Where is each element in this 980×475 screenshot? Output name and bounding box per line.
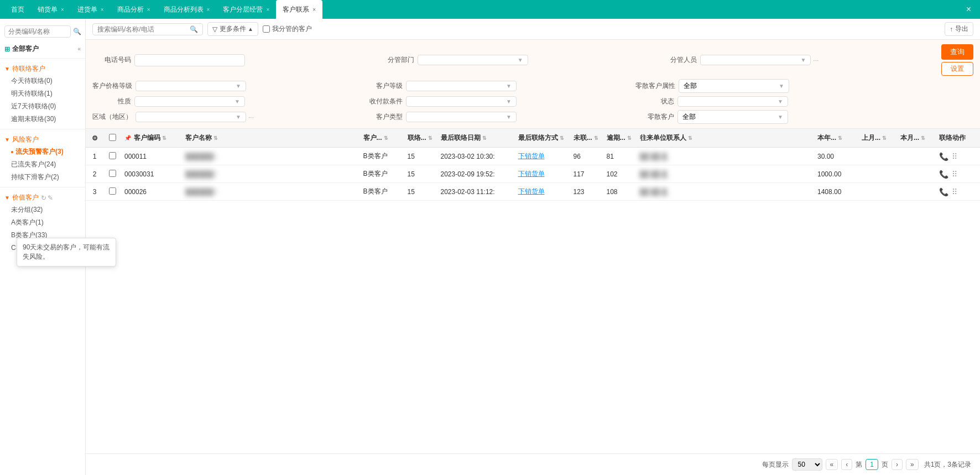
- per-page-select[interactable]: 50 100 200: [792, 458, 822, 471]
- main-search-icon[interactable]: 🔍: [190, 25, 198, 33]
- row-method-2[interactable]: 下销货单: [515, 183, 570, 201]
- filter-region-dots[interactable]: ···: [248, 113, 254, 121]
- this-month-sort-icon[interactable]: ⇅: [921, 135, 925, 141]
- last-month-sort-icon[interactable]: ⇅: [882, 135, 887, 141]
- row-checkbox-2[interactable]: [103, 183, 121, 201]
- sidebar-collapse-icon[interactable]: «: [77, 46, 81, 52]
- tab-purchase-order[interactable]: 进货单 ×: [71, 0, 111, 19]
- tab-purchase-order-close[interactable]: ×: [101, 7, 104, 13]
- settings-button[interactable]: 设置: [941, 62, 973, 76]
- tab-sales-order[interactable]: 销货单 ×: [31, 0, 71, 19]
- th-type[interactable]: 客户... ⇅: [360, 129, 404, 148]
- tab-sales-order-close[interactable]: ×: [61, 7, 64, 13]
- sidebar-item-7day-contact[interactable]: 近7天待联络(0): [0, 100, 85, 113]
- action-phone-icon-2[interactable]: 📞: [939, 187, 948, 196]
- action-more-icon-2[interactable]: ⠿: [952, 187, 957, 196]
- tab-product-analysis-close[interactable]: ×: [147, 7, 150, 13]
- person-sort-icon[interactable]: ⇅: [688, 135, 692, 141]
- th-last-contact-date[interactable]: 最后联络日期 ⇅: [437, 129, 515, 148]
- my-customers-checkbox[interactable]: [263, 25, 270, 33]
- filter-status-select[interactable]: ▼: [677, 96, 788, 107]
- contact-num-sort-icon[interactable]: ⇅: [428, 135, 432, 141]
- sidebar-item-declining[interactable]: 持续下滑客户(2): [0, 171, 85, 184]
- filter-nature-select[interactable]: ▼: [134, 96, 245, 107]
- th-settings[interactable]: ⚙: [86, 129, 103, 148]
- this-year-sort-icon[interactable]: ⇅: [838, 135, 842, 141]
- sidebar-item-today-contact[interactable]: 今天待联络(0): [0, 75, 85, 87]
- th-checkbox[interactable]: [103, 129, 121, 148]
- th-name[interactable]: 客户名称 ⇅: [182, 129, 360, 148]
- tab-customer-contact-close[interactable]: ×: [312, 7, 316, 13]
- tab-product-analysis-list-close[interactable]: ×: [207, 7, 210, 13]
- filter-retail-attr-select[interactable]: 全部 ▼: [679, 79, 789, 93]
- action-more-icon-0[interactable]: ⠿: [952, 152, 957, 161]
- sidebar-item-churn-warning[interactable]: 流失预警客户(3): [0, 145, 85, 158]
- th-last-month[interactable]: 上月... ⇅: [858, 129, 897, 148]
- tab-customer-layering-close[interactable]: ×: [266, 7, 269, 13]
- select-all-checkbox[interactable]: [109, 134, 116, 141]
- th-contact-num[interactable]: 联络... ⇅: [404, 129, 437, 148]
- code-sort-icon[interactable]: ⇅: [162, 135, 166, 141]
- filter-customer-level-select[interactable]: ▼: [406, 81, 517, 91]
- filter-manager-select[interactable]: ▼: [700, 55, 811, 65]
- th-last-contact-method[interactable]: 最后联络方式 ⇅: [515, 129, 570, 148]
- tab-product-analysis-list[interactable]: 商品分析列表 ×: [157, 0, 217, 19]
- sidebar-item-class-a[interactable]: A类客户(1): [0, 216, 85, 229]
- filter-payment-select[interactable]: ▼: [406, 96, 517, 107]
- filter-region-select[interactable]: ▼: [135, 112, 246, 122]
- sidebar-item-ungrouped[interactable]: 未分组(32): [0, 203, 85, 216]
- type-sort-icon[interactable]: ⇅: [384, 135, 388, 141]
- action-phone-icon-0[interactable]: 📞: [939, 152, 948, 161]
- filter-retail-customer-select[interactable]: 全部 ▼: [677, 110, 788, 124]
- more-conditions-button[interactable]: ▽ 更多条件 ▲: [207, 22, 258, 36]
- th-this-year[interactable]: 本年... ⇅: [814, 129, 858, 148]
- action-phone-icon-1[interactable]: 📞: [939, 170, 948, 179]
- filter-dept-select[interactable]: ▼: [418, 55, 528, 65]
- window-close-button[interactable]: ×: [962, 4, 976, 14]
- query-button[interactable]: 查询: [941, 44, 973, 60]
- filter-customer-type-select[interactable]: ▼: [406, 112, 517, 122]
- first-page-button[interactable]: «: [826, 459, 838, 470]
- th-code[interactable]: 📌 客户编码 ⇅: [121, 129, 182, 148]
- sidebar-item-tomorrow-contact[interactable]: 明天待联络(1): [0, 87, 85, 100]
- overdue-sort-icon[interactable]: ⇅: [627, 135, 632, 141]
- action-more-icon-1[interactable]: ⠿: [952, 170, 957, 179]
- tab-customer-contact[interactable]: 客户联系 ×: [276, 0, 322, 19]
- name-sort-icon[interactable]: ⇅: [213, 135, 218, 141]
- next-page-button[interactable]: ›: [892, 459, 903, 470]
- table-settings-icon[interactable]: ⚙: [92, 134, 98, 142]
- last-page-button[interactable]: »: [906, 459, 919, 470]
- row-checkbox-1[interactable]: [103, 165, 121, 183]
- filter-price-level-select[interactable]: ▼: [135, 81, 246, 91]
- method-sort-icon[interactable]: ⇅: [560, 135, 564, 141]
- section-title-pending[interactable]: ▼ 待联络客户: [0, 62, 85, 75]
- th-this-month[interactable]: 本月... ⇅: [897, 129, 936, 148]
- sidebar-search-input[interactable]: [4, 25, 71, 38]
- tab-customer-layering[interactable]: 客户分层经营 ×: [216, 0, 276, 19]
- row-method-1[interactable]: 下销货单: [515, 165, 570, 183]
- row-method-0[interactable]: 下销货单: [515, 148, 570, 165]
- filter-phone-input[interactable]: [134, 54, 245, 66]
- my-customers-checkbox-label[interactable]: 我分管的客户: [263, 24, 312, 34]
- th-no-contact[interactable]: 未联... ⇅: [570, 129, 603, 148]
- arrow-risk: ▼: [4, 137, 10, 143]
- tab-home[interactable]: 首页: [4, 0, 31, 19]
- sidebar-all-customers[interactable]: ⊞ 全部客户 «: [0, 42, 85, 56]
- prev-page-button[interactable]: ‹: [841, 459, 852, 470]
- value-refresh-icon[interactable]: ↻: [41, 194, 46, 202]
- section-title-risk[interactable]: ▼ 风险客户: [0, 133, 85, 145]
- export-button[interactable]: ↑ 导出: [945, 22, 973, 36]
- sidebar-item-overdue-contact[interactable]: 逾期未联络(30): [0, 113, 85, 126]
- value-edit-icon[interactable]: ✎: [48, 194, 53, 202]
- date-sort-icon[interactable]: ⇅: [482, 135, 487, 141]
- row-checkbox-0[interactable]: [103, 148, 121, 165]
- tab-product-analysis[interactable]: 商品分析 ×: [111, 0, 157, 19]
- th-overdue[interactable]: 逾期... ⇅: [603, 129, 637, 148]
- no-contact-sort-icon[interactable]: ⇅: [594, 135, 598, 141]
- filter-manager-dots[interactable]: ···: [813, 56, 819, 64]
- sidebar-search-icon[interactable]: 🔍: [73, 28, 81, 35]
- sidebar-item-churned[interactable]: 已流失客户(24): [0, 158, 85, 171]
- th-contact-person[interactable]: 往来单位联系人 ⇅: [637, 129, 815, 148]
- section-title-value[interactable]: ▼ 价值客户 ↻ ✎: [0, 191, 85, 203]
- main-search-input[interactable]: [97, 25, 187, 33]
